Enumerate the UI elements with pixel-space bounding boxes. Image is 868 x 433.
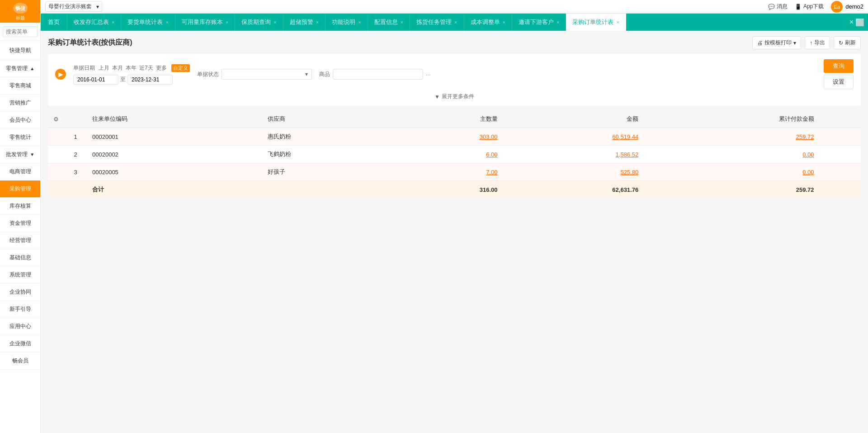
date-start-input[interactable] [73,75,118,85]
sidebar-item-guide[interactable]: 新手引导 [0,301,40,318]
tab-expiry-query[interactable]: 保质期查询 × [235,14,283,31]
col-header-amount: 金额 [503,110,644,128]
status-value [226,71,227,77]
close-icon[interactable]: × [557,19,559,25]
print-icon: 🖨 [757,40,763,46]
tab-cost-adjust[interactable]: 成本调整单 × [464,14,512,31]
date-separator: 至 [120,76,126,83]
tab-overstock-warning[interactable]: 超储预警 × [283,14,326,31]
date-shortcut-last-month[interactable]: 上月 [99,64,109,72]
tab-purchase-order-stats[interactable]: 采购订单统计表 × [566,14,626,31]
user-info[interactable]: Ea demo2 [831,1,863,13]
maximize-button[interactable]: ⬜ [855,18,864,27]
sidebar-item-operations[interactable]: 经营管理 [0,232,40,249]
goods-input[interactable] [333,69,423,80]
tab-picking-task[interactable]: 拣货任务管理 × [410,14,464,31]
cell-amount-3[interactable]: 525.80 [503,163,644,181]
sidebar-item-wechat[interactable]: 企业微信 [0,335,40,352]
close-icon[interactable]: × [112,19,114,25]
message-button[interactable]: 💬 消息 [768,3,788,10]
status-label: 单据状态 [197,71,219,78]
table-row: 1 00020001 惠氏奶粉 303.00 60,519.44 259.72 [48,128,861,146]
sidebar-item-app-center[interactable]: 应用中心 [0,318,40,335]
tab-function-desc[interactable]: 功能说明 × [326,14,368,31]
sidebar-item-system[interactable]: 系统管理 [0,266,40,284]
sidebar-item-inventory[interactable]: 库存核算 [0,198,40,215]
sidebar-item-enterprise[interactable]: 企业协同 [0,284,40,301]
settings-icon[interactable]: ⚙ [53,116,59,123]
close-icon[interactable]: × [503,19,505,25]
tab-label: 要货单统计表 [127,18,163,26]
app-download-button[interactable]: 📱 App下载 [795,3,824,10]
filter-toggle-button[interactable]: ▶ [55,69,66,80]
close-icon[interactable]: × [226,19,228,25]
sidebar-item-retail-stats[interactable]: 零售统计 [0,129,40,146]
close-icon[interactable]: × [316,19,319,25]
sidebar-item-ecommerce[interactable]: 电商管理 [0,163,40,181]
sidebar-item-basic-info[interactable]: 基础信息 [0,249,40,266]
sidebar-item-purchase[interactable]: 采购管理 [0,181,40,198]
tab-home[interactable]: 首页 [41,14,67,31]
cell-extra-3 [820,163,861,181]
cell-paid-2[interactable]: 0.00 [644,146,819,163]
footer-extra [820,181,861,199]
close-icon[interactable]: × [165,19,168,25]
tab-inventory-summary[interactable]: 收发存汇总表 × [67,14,121,31]
refresh-icon: ↻ [839,40,843,46]
sidebar-item-member2[interactable]: 畅会员 [0,352,40,370]
date-end-input[interactable] [127,75,173,85]
cell-quantity-3[interactable]: 7.00 [393,163,503,181]
sidebar-item-wholesale[interactable]: 批发管理 ▼ [0,146,40,163]
date-shortcut-more[interactable]: 更多 [156,64,167,72]
export-button[interactable]: ↑ 导出 [805,36,830,49]
close-icon[interactable]: × [401,19,403,25]
topbar-left: 母婴行业演示账套 ▾ [45,1,102,12]
sidebar-item-quick-nav[interactable]: 快捷导航 [0,43,40,58]
table-body: 1 00020001 惠氏奶粉 303.00 60,519.44 259.72 … [48,128,861,181]
cell-amount-2[interactable]: 1,586.52 [503,146,644,163]
cell-check-1 [48,128,64,146]
close-icon[interactable]: × [274,19,276,25]
close-icon[interactable]: × [454,19,457,25]
custom-date-tag: 自定义 [171,64,190,72]
date-shortcut-this-month[interactable]: 本月 [112,64,123,72]
sidebar-item-retail[interactable]: 零售管理 ▲ [0,60,40,77]
tab-label: 保质期查询 [241,18,271,26]
search-input[interactable] [3,26,38,37]
close-tab-button[interactable]: × [849,18,854,26]
expand-button[interactable]: ▼ 展开更多条件 [55,93,854,100]
tab-usable-inventory[interactable]: 可用量库存账本 × [175,14,235,31]
cell-paid-3[interactable]: 0.00 [644,163,819,181]
tab-order-stats[interactable]: 要货单统计表 × [121,14,175,31]
workspace-selector[interactable]: 母婴行业演示账套 ▾ [45,1,102,12]
date-shortcut-this-year[interactable]: 本年 [126,64,137,72]
cell-quantity-2[interactable]: 6.00 [393,146,503,163]
status-select[interactable]: ▾ [222,69,312,80]
search-button[interactable]: 查询 [824,59,854,73]
cell-paid-1[interactable]: 259.72 [644,128,819,146]
avatar: Ea [831,1,843,13]
refresh-button[interactable]: ↻ 刷新 [834,36,861,49]
sidebar-item-retail-mall[interactable]: 零售商城 [0,77,40,95]
cell-code-1: 00020001 [87,128,262,146]
cell-no-1: 1 [64,128,87,146]
sidebar-item-finance[interactable]: 资金管理 [0,215,40,232]
status-filter: 单据状态 ▾ [197,69,312,80]
print-button[interactable]: 🖨 按模板打印 ▾ [752,36,801,49]
sidebar-item-marketing[interactable]: 营销推广 [0,95,40,112]
tab-invite-customer[interactable]: 邀请下游客户 × [512,14,566,31]
setting-button[interactable]: 设置 [824,75,854,89]
page-header: 采购订单统计表(按供应商) 🖨 按模板打印 ▾ ↑ 导出 ↻ 刷新 [48,36,861,49]
col-header-code: 往来单位编码 [87,110,262,128]
tab-label: 拣货任务管理 [416,18,452,26]
close-icon[interactable]: × [616,19,619,25]
cell-amount-1[interactable]: 60,519.44 [503,128,644,146]
app-label: App下载 [803,3,824,10]
date-label: 单据日期 [73,64,95,72]
close-icon[interactable]: × [358,19,361,25]
cell-quantity-1[interactable]: 303.00 [393,128,503,146]
data-table: ⚙ 往来单位编码 供应商 主数量 金额 累计付款金额 1 [48,110,861,198]
date-shortcut-7days[interactable]: 近7天 [139,64,153,72]
tab-config-info[interactable]: 配置信息 × [368,14,410,31]
sidebar-item-member[interactable]: 会员中心 [0,112,40,129]
